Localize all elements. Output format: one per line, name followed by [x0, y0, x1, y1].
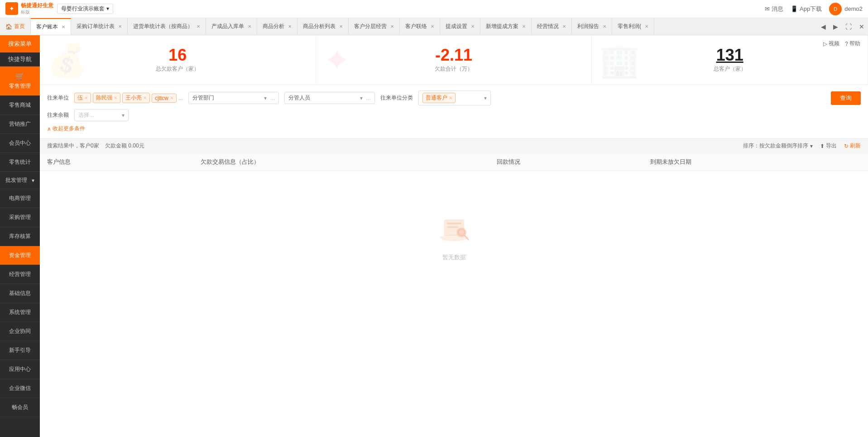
stat-label-credit-amount: 欠款合计（万）: [435, 65, 473, 73]
tab-retail-profit[interactable]: 零售利润( ✕: [612, 18, 654, 35]
collapse-button[interactable]: ∧ 收起更多条件: [47, 125, 861, 133]
nav-prev-icon[interactable]: ◀: [817, 23, 830, 30]
refresh-button[interactable]: ↻ 刷新: [844, 142, 861, 150]
filter-tag-wang[interactable]: 王小亮 ✕: [122, 93, 150, 103]
sidebar-search[interactable]: 搜索菜单: [0, 35, 40, 52]
top-bar-left: ✦ 畅捷通好生意 标版 母婴行业演示账套 ▾: [5, 2, 113, 15]
sidebar-item-app-center[interactable]: 应用中心: [0, 360, 40, 379]
chevron-down-icon: ▾: [122, 112, 125, 119]
balance-label: 往来余额: [47, 111, 69, 119]
tab-close-add-promotion[interactable]: ✕: [522, 24, 526, 29]
category-label: 往来单位分类: [380, 94, 413, 102]
filter-unit-tags: 伍 ✕ 陈民强 ✕ 王小亮 ✕ cjttcw ✕ ...: [74, 93, 183, 103]
tab-close-retail-profit[interactable]: ✕: [645, 24, 648, 29]
top-bar-right: ✉ 消息 📱 App下载 D demo2: [765, 3, 863, 15]
balance-select[interactable]: 选择... ▾: [74, 109, 129, 121]
sidebar-item-basic-info[interactable]: 基础信息: [0, 284, 40, 303]
filter-tag-wu[interactable]: 伍 ✕: [74, 93, 91, 103]
tab-close-stock-stats[interactable]: ✕: [197, 24, 200, 29]
sidebar-item-system[interactable]: 系统管理: [0, 303, 40, 322]
tab-close-product-storage[interactable]: ✕: [248, 24, 251, 29]
table-header: 客户信息 欠款交易信息（占比） 回款情况 到期未放欠日期: [40, 153, 868, 171]
logo-texts: 畅捷通好生意 标版: [21, 2, 53, 15]
tab-close-profit-report[interactable]: ✕: [603, 24, 606, 29]
nav-next-icon[interactable]: ▶: [830, 23, 842, 30]
tab-close-product-analysis-list[interactable]: ✕: [339, 24, 343, 29]
tab-customer-contact[interactable]: 客户联络 ✕: [400, 18, 440, 35]
filter-more-tags[interactable]: ...: [178, 95, 183, 101]
sidebar-item-new-guide[interactable]: 新手引导: [0, 341, 40, 360]
filter-tag-cjttcw[interactable]: cjttcw ✕: [152, 94, 177, 103]
dept-dropdown[interactable]: 分管部门 ▾ ...: [188, 92, 279, 104]
col-credit-transactions: 欠款交易信息（占比）: [193, 153, 489, 171]
sidebar-item-inventory[interactable]: 库存核算: [0, 227, 40, 246]
sidebar-item-ecommerce[interactable]: 电商管理: [0, 189, 40, 208]
sidebar-item-business-mgmt[interactable]: 经营管理: [0, 265, 40, 284]
tab-stock-stats[interactable]: 进货单统计表（按商品） ✕: [128, 18, 206, 35]
sidebar-item-member[interactable]: 会员中心: [0, 134, 40, 153]
tab-close-customer-account[interactable]: ✕: [62, 24, 65, 29]
retail-icon: 🛒: [15, 72, 24, 81]
help-button[interactable]: ? 帮助: [845, 40, 860, 48]
sidebar-item-retail-stats[interactable]: 零售统计: [0, 153, 40, 172]
nav-tabs: 🏠 首页 客户账本 ✕ 采购订单统计表 ✕ 进货单统计表（按商品） ✕ 产成品入…: [0, 18, 868, 35]
chevron-down-icon: ▾: [264, 95, 267, 101]
sidebar-item-purchase[interactable]: 采购管理: [0, 208, 40, 227]
tab-product-analysis[interactable]: 商品分析 ✕: [257, 18, 297, 35]
col-overdue-date: 到期未放欠日期: [643, 153, 868, 171]
chevron-down-icon: ▾: [484, 95, 487, 101]
user-menu[interactable]: D demo2: [829, 3, 863, 15]
video-button[interactable]: ▷ 视频: [823, 40, 839, 48]
remove-tag-chen[interactable]: ✕: [114, 95, 117, 100]
sidebar-quick-nav[interactable]: 快捷导航: [0, 52, 40, 66]
result-actions: 排序：按欠款金额倒序排序 ▾ ⬆ 导出 ↻ 刷新: [743, 142, 861, 150]
nav-maximize-icon[interactable]: ⛶: [842, 23, 855, 30]
account-selector[interactable]: 母婴行业演示账套 ▾: [57, 4, 113, 14]
category-tag[interactable]: 普通客户 ✕: [422, 93, 456, 103]
app-download-button[interactable]: 📱 App下载: [791, 5, 822, 13]
message-button[interactable]: ✉ 消息: [765, 5, 783, 13]
chevron-up-icon: ∧: [47, 126, 51, 132]
sidebar-item-vip-member[interactable]: 畅会员: [0, 398, 40, 417]
sidebar-item-wholesale[interactable]: 批发管理 ▾: [0, 172, 40, 189]
question-icon: ?: [845, 41, 848, 47]
export-button[interactable]: ⬆ 导出: [820, 142, 837, 150]
tab-add-promotion[interactable]: 新增提成方案 ✕: [480, 18, 532, 35]
avatar: D: [829, 3, 842, 15]
tab-close-customer-contact[interactable]: ✕: [431, 24, 434, 29]
sidebar-item-enterprise-collab[interactable]: 企业协同: [0, 322, 40, 341]
remove-category-tag[interactable]: ✕: [449, 95, 452, 100]
tab-home[interactable]: 🏠 首页: [0, 18, 31, 35]
tab-product-storage[interactable]: 产成品入库单 ✕: [206, 18, 257, 35]
dept-extra: ...: [270, 95, 275, 101]
nav-close-all-icon[interactable]: ✕: [855, 23, 868, 30]
category-dropdown[interactable]: 普通客户 ✕ ▾: [418, 90, 491, 105]
remove-tag-cjttcw[interactable]: ✕: [170, 95, 173, 100]
tab-close-business-status[interactable]: ✕: [562, 24, 566, 29]
tab-promotion-settings[interactable]: 提成设置 ✕: [440, 18, 480, 35]
remove-tag-wu[interactable]: ✕: [84, 95, 88, 100]
sidebar-item-retail[interactable]: 🛒 零售管理: [0, 66, 40, 96]
person-dropdown[interactable]: 分管人员 ▾ ...: [284, 92, 375, 104]
chevron-down-icon: ▾: [32, 177, 34, 184]
tab-product-analysis-list[interactable]: 商品分析列表 ✕: [297, 18, 349, 35]
sidebar-item-retail-mall[interactable]: 零售商城: [0, 96, 40, 115]
query-button[interactable]: 查询: [831, 91, 861, 105]
sort-dropdown[interactable]: 排序：按欠款金额倒序排序 ▾: [743, 142, 813, 150]
tab-close-purchase-order[interactable]: ✕: [118, 24, 122, 29]
tab-purchase-order[interactable]: 采购订单统计表 ✕: [71, 18, 128, 35]
tab-close-promotion-settings[interactable]: ✕: [471, 24, 475, 29]
tab-close-product-analysis[interactable]: ✕: [288, 24, 292, 29]
tab-profit-report[interactable]: 利润报告 ✕: [572, 18, 612, 35]
sidebar-item-marketing[interactable]: 营销推广: [0, 115, 40, 134]
tab-close-customer-tier[interactable]: ✕: [390, 24, 394, 29]
tab-customer-tier[interactable]: 客户分层经营 ✕: [349, 18, 400, 35]
filter-tag-chen[interactable]: 陈民强 ✕: [93, 93, 120, 103]
tab-business-status[interactable]: 经营情况 ✕: [532, 18, 572, 35]
sidebar-item-enterprise-wechat[interactable]: 企业微信: [0, 379, 40, 398]
remove-tag-wang[interactable]: ✕: [143, 95, 147, 100]
sidebar-item-finance[interactable]: 资金管理: [0, 246, 40, 265]
sidebar: 搜索菜单 快捷导航 🛒 零售管理 零售商城 营销推广 会员中心 零售统计 批发管…: [0, 35, 40, 437]
credit-amount-bg-icon: ✦: [323, 41, 350, 79]
tab-customer-account[interactable]: 客户账本 ✕: [31, 18, 71, 35]
